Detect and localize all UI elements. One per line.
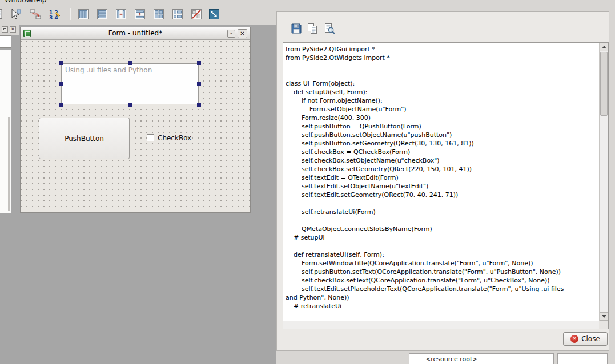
toolbar-button-adjust-size[interactable] [207,7,221,21]
form-window-title: Form - untitled* [21,29,250,37]
code-line: self.pushButton = QPushButton(Form) [286,122,598,131]
toolbar-button-edit-signals-slots[interactable] [29,7,42,21]
layout-grid-icon [152,8,165,21]
code-line: self.pushButton.setGeometry(QRect(30, 13… [286,139,598,148]
checkbox-label: CheckBox [158,134,191,142]
form-minimize-button[interactable]: - [227,30,235,38]
dock-float-icon [3,28,6,30]
close-button-label: Close [581,335,600,343]
code-line [286,216,598,225]
copy-button[interactable] [305,21,320,36]
layout-vertical-splitter-icon [134,8,146,21]
horizontal-scrollbar[interactable] [283,321,599,329]
code-line: self.retranslateUi(Form) [286,208,598,216]
code-editor[interactable]: from PySide2.QtGui import *from PySide2.… [283,42,609,329]
resource-browser-panel[interactable]: <resource root> [409,353,554,364]
selection-handle[interactable] [128,103,132,107]
vertical-scrollbar-thumb[interactable] [600,52,608,116]
selection-handle[interactable] [197,61,201,65]
close-button[interactable]: ✕ Close [563,332,608,346]
edit-tab-order-icon: 1 23 4 [49,8,61,21]
textedit-widget[interactable]: Using .ui files and Python [61,63,199,104]
selection-handle[interactable] [128,61,132,65]
code-line: Form.setObjectName(u"Form") [286,105,598,114]
checkbox-indicator[interactable] [147,134,154,141]
toolbar-button-layout-horizontal-splitter[interactable] [114,7,128,21]
layout-horizontal-splitter-icon [115,8,127,21]
form-close-button[interactable]: ✕ [238,29,247,38]
resource-root-item[interactable]: <resource root> [425,355,478,363]
toolbar-button-partial[interactable] [0,7,6,21]
form-editor-window: Form - untitled* - ✕ Using .ui files and… [20,27,251,213]
find-button[interactable] [322,21,337,36]
code-line: # setupUi [286,233,598,242]
toolbar-button-layout-horizontal[interactable] [77,7,90,21]
menu-window[interactable]: Window [5,0,31,4]
code-line: # retranslateUi [286,302,598,310]
adjust-size-icon [208,8,220,21]
scroll-up-icon [602,46,606,48]
dock-close-icon: ✕ [11,27,15,31]
partial-icon [0,8,6,21]
textedit-placeholder: Using .ui files and Python [62,64,198,76]
code-line: self.textEdit.setPlaceholderText(QCoreAp… [286,285,598,293]
code-text: from PySide2.QtGui import *from PySide2.… [283,43,599,321]
pushbutton-label: PushButton [65,135,104,143]
code-line: self.textEdit.setObjectName(u"textEdit") [286,182,598,191]
selection-handle[interactable] [197,103,201,107]
code-line: class Ui_Form(object): [286,79,598,88]
scroll-down-button[interactable] [600,312,608,321]
code-line: self.pushButton.setObjectName(u"pushButt… [286,131,598,139]
qt-designer-screen: Window Help 1 23 4 [0,0,615,364]
copy-icon [306,22,319,35]
code-line: def retranslateUi(self, Form): [286,250,598,259]
code-line [286,62,598,71]
widgetbox-panel[interactable] [0,50,11,213]
vertical-scrollbar[interactable] [599,43,608,321]
selection-handle[interactable] [197,82,201,86]
selection-handle[interactable] [59,103,63,107]
widgetbox-filter-input[interactable] [0,35,11,48]
form-canvas[interactable]: Using .ui files and Python PushButton Ch… [21,40,250,212]
toolbar-button-layout-form[interactable] [171,7,184,21]
toolbar-button-layout-vertical[interactable] [95,7,109,21]
code-line [286,242,598,250]
save-icon [290,22,303,35]
scroll-down-icon [602,315,606,318]
code-line: self.pushButton.setText(QCoreApplication… [286,268,598,276]
close-circle-icon: ✕ [570,335,578,343]
code-line: Form.setWindowTitle(QCoreApplication.tra… [286,259,598,268]
left-dock-titlebar[interactable]: ✕ [0,25,19,35]
code-line: self.checkBox = QCheckBox(Form) [286,148,598,156]
toolbar-button-edit-tab-order[interactable]: 1 23 4 [48,7,62,21]
code-line: QMetaObject.connectSlotsByName(Form) [286,225,598,233]
code-line: and Python", None)) [286,293,598,302]
toolbar-button-layout-vertical-splitter[interactable] [133,7,147,21]
code-line: self.textEdit = QTextEdit(Form) [286,173,598,182]
pushbutton-widget[interactable]: PushButton [39,118,130,159]
break-layout-icon [190,8,203,21]
right-edge-strip [609,0,615,364]
menu-help[interactable]: Help [31,0,46,4]
selection-handle[interactable] [59,61,63,65]
toolbar-button-layout-grid[interactable] [152,7,166,21]
code-line: if not Form.objectName(): [286,96,598,105]
toolbar-button-break-layout[interactable] [190,7,203,21]
dock-close-button[interactable]: ✕ [10,26,16,33]
checkbox-widget[interactable]: CheckBox [147,133,191,143]
code-line [286,199,598,208]
dock-float-button[interactable] [2,26,8,33]
scroll-up-button[interactable] [600,43,608,51]
code-line: Form.resize(400, 300) [286,114,598,122]
edit-signals-slots-icon [29,8,42,21]
svg-text:3 4: 3 4 [49,15,58,21]
widgetbox-scrollbar[interactable] [8,117,10,211]
save-button[interactable] [289,21,304,36]
toolbar-separator [70,8,70,20]
code-line [286,71,598,79]
resource-side-panel[interactable] [557,353,608,364]
selection-handle[interactable] [59,82,63,86]
toolbar-button-edit-widgets[interactable] [9,7,23,21]
form-window-titlebar[interactable]: Form - untitled* - ✕ [21,27,250,40]
code-line: def setupUi(self, Form): [286,88,598,96]
